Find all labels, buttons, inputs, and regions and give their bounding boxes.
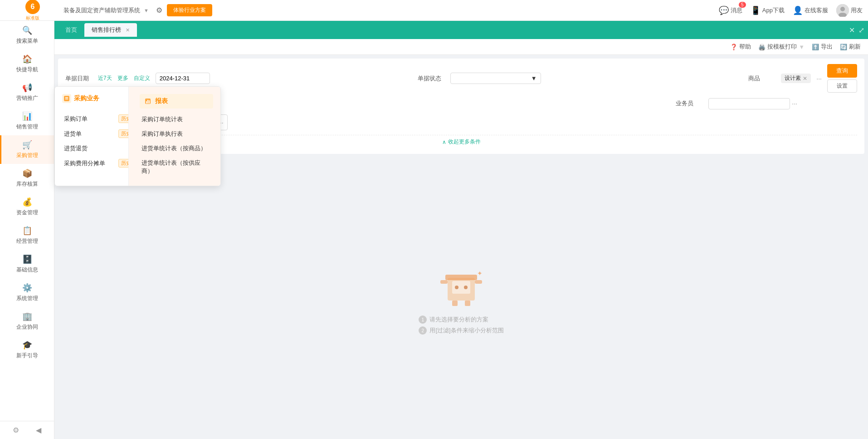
dropdown-inbound-stat-goods[interactable]: 进货单统计表（按商品） [140, 141, 213, 156]
toolbar: ❓ 帮助 🖨️ 按模板打印 ▼ ⬆️ 导出 🔄 刷新 [54, 39, 868, 55]
goods-ellipsis-btn[interactable]: ··· [816, 75, 822, 82]
industry-btn[interactable]: 体验行业方案 [167, 4, 212, 16]
sidebar-item-inventory[interactable]: 📦 库存核算 [0, 164, 54, 192]
tab-close-all-icon[interactable]: ✕ [849, 26, 855, 35]
goods-tag-close[interactable]: ✕ [803, 75, 807, 82]
print-dropdown-icon[interactable]: ▼ [799, 44, 805, 50]
dropdown-inbound[interactable]: 进货单 历史 [62, 126, 136, 141]
preset-custom[interactable]: 自定义 [134, 74, 150, 82]
main-layout: 🔍 搜索菜单 🏠 快捷导航 📢 营销推广 📊 销售管理 🛒 采购管理 📦 库存核… [0, 21, 868, 439]
message-badge: 5 [739, 2, 746, 8]
sidebar-label-newbie: 新手引导 [16, 352, 38, 360]
svg-rect-17 [146, 101, 147, 104]
inventory-icon: 📦 [22, 168, 32, 178]
tab-sales-rank[interactable]: 销售排行榜 ✕ [84, 23, 137, 37]
user-btn[interactable]: 用友 [836, 4, 863, 17]
goods-tag: 设计素 ✕ [781, 74, 811, 83]
system-icon: ⚙️ [22, 283, 32, 293]
empty-text: 1 请先选择要分析的方案 2 用[过滤]条件来缩小分析范围 [419, 316, 503, 335]
tab-close-btn[interactable]: ✕ [126, 27, 130, 33]
svg-rect-13 [64, 96, 69, 101]
report-col: 报表 采购订单统计表 采购订单执行表 进货单统计表（按商品） 进货单统计表（按供… [128, 87, 220, 186]
print-label: 按模板打印 [767, 43, 797, 51]
svg-point-6 [455, 286, 458, 289]
dropdown-purchase-order-stat[interactable]: 采购订单统计表 [140, 112, 213, 127]
logo-icon: 6 [25, 0, 40, 14]
export-btn[interactable]: ⬆️ 导出 [812, 43, 833, 51]
refresh-icon: 🔄 [840, 44, 847, 50]
user-label: 用友 [851, 6, 863, 15]
sidebar-item-search[interactable]: 🔍 搜索菜单 [0, 21, 54, 49]
sales-icon: 📊 [22, 111, 32, 121]
system-dropdown-btn[interactable]: ▼ [144, 8, 149, 13]
newbie-icon: 🎓 [22, 340, 32, 350]
sidebar-item-newbie[interactable]: 🎓 新手引导 [0, 335, 54, 364]
svg-rect-11 [475, 280, 482, 284]
empty-line2: 用[过滤]条件来缩小分析范围 [429, 326, 503, 335]
sidebar-item-finance[interactable]: 💰 资金管理 [0, 192, 54, 221]
salesperson-filter-label: 业务员 [676, 99, 703, 108]
refresh-btn[interactable]: 🔄 刷新 [840, 43, 861, 51]
app-download-btn[interactable]: 📱 App下载 [751, 5, 785, 15]
tab-bar: 首页 销售排行榜 ✕ ✕ ⤢ [54, 21, 868, 39]
svg-rect-9 [465, 301, 470, 306]
basic-icon: 🗄️ [22, 254, 32, 264]
dropdown-purchase-expense[interactable]: 采购费用分摊单 历史 [62, 156, 136, 171]
svg-rect-8 [452, 301, 458, 306]
online-service-btn[interactable]: 👤 在线客服 [793, 5, 828, 15]
help-btn[interactable]: ❓ 帮助 [730, 43, 751, 51]
tab-expand-icon[interactable]: ⤢ [858, 26, 864, 35]
status-filter-label: 单据状态 [418, 74, 445, 83]
empty-line1: 请先选择要分析的方案 [429, 316, 488, 324]
sidebar-label-nav: 快捷导航 [16, 66, 38, 74]
collapse-arrow-icon: ∧ [442, 139, 446, 145]
message-btn[interactable]: 💬 消息 5 [719, 5, 742, 15]
export-label: 导出 [821, 43, 833, 51]
status-select-arrow: ▼ [531, 75, 537, 82]
sidebar-settings-btn[interactable]: ⚙ [13, 426, 19, 434]
date-input[interactable] [156, 73, 210, 84]
svg-text:✦: ✦ [477, 270, 483, 277]
status-select[interactable]: ▼ [450, 73, 541, 84]
preset-more[interactable]: 更多 [117, 74, 128, 82]
salesperson-input[interactable] [708, 98, 790, 109]
sidebar-bottom: ⚙ ◀ [0, 421, 54, 439]
sidebar-collapse-btn[interactable]: ◀ [36, 426, 41, 434]
sidebar-item-sales[interactable]: 📊 销售管理 [0, 107, 54, 135]
query-btn[interactable]: 查询 [827, 64, 857, 78]
sidebar-item-system[interactable]: ⚙️ 系统管理 [0, 278, 54, 307]
sidebar-item-operations[interactable]: 📋 经营管理 [0, 221, 54, 250]
content-area: 首页 销售排行榜 ✕ ✕ ⤢ ❓ 帮助 🖨️ 按模板打印 ▼ ⬆️ [54, 21, 868, 439]
dropdown-purchase-order[interactable]: 采购订单 历史 [62, 111, 136, 126]
sidebar-item-basic[interactable]: 🗄️ 基础信息 [0, 250, 54, 278]
sidebar-item-marketing[interactable]: 📢 营销推广 [0, 78, 54, 107]
purchase-icon: 🛒 [22, 140, 32, 150]
report-col-icon [143, 97, 152, 106]
salesperson-ellipsis-btn[interactable]: ··· [792, 100, 797, 107]
tab-home[interactable]: 首页 [58, 23, 84, 37]
dropdown-inbound-return[interactable]: 进货退货 [62, 141, 136, 156]
header-right: 💬 消息 5 📱 App下载 👤 在线客服 用友 [719, 4, 863, 17]
header-settings-icon[interactable]: ⚙ [156, 6, 162, 15]
svg-rect-4 [445, 275, 477, 280]
sidebar-label-search: 搜索菜单 [16, 37, 38, 45]
purchase-col-title: 采购业务 [74, 94, 99, 103]
app-label: App下载 [762, 6, 785, 15]
print-btn[interactable]: 🖨️ 按模板打印 ▼ [758, 43, 805, 51]
sidebar-item-purchase[interactable]: 🛒 采购管理 [0, 135, 54, 164]
enterprise-icon: 🏢 [22, 311, 32, 321]
dropdown-purchase-order-exec[interactable]: 采购订单执行表 [140, 127, 213, 141]
sidebar-item-enterprise[interactable]: 🏢 企业协同 [0, 307, 54, 335]
empty-state: ✦ 1 请先选择要分析的方案 2 用[过滤]条件来缩小分析范围 [54, 158, 868, 439]
settings-btn[interactable]: 设置 [827, 79, 857, 93]
dropdown-inbound-stat-supplier[interactable]: 进货单统计表（按供应商） [140, 156, 213, 178]
sidebar-label-enterprise: 企业协同 [16, 323, 38, 331]
sidebar-label-operations: 经营管理 [16, 237, 38, 245]
finance-icon: 💰 [22, 197, 32, 207]
preset-7days[interactable]: 近7天 [98, 74, 112, 82]
sidebar-label-basic: 基础信息 [16, 266, 38, 274]
sidebar-item-navigation[interactable]: 🏠 快捷导航 [0, 49, 54, 78]
operations-icon: 📋 [22, 226, 32, 236]
tab-bar-right: ✕ ⤢ [849, 26, 864, 35]
goods-filter-label: 商品 [748, 74, 775, 83]
